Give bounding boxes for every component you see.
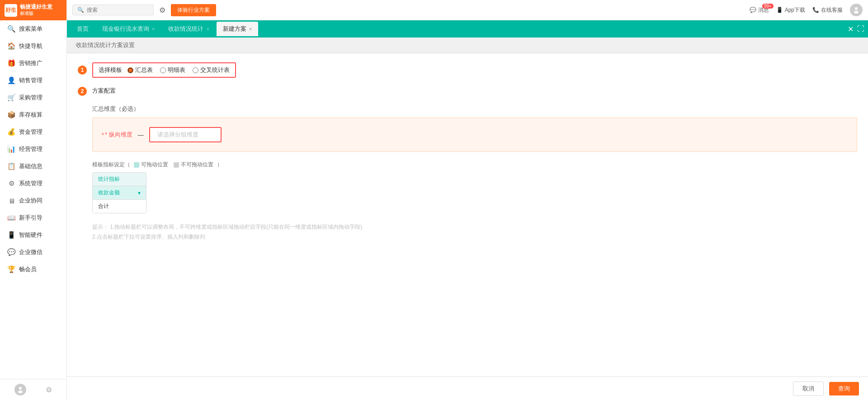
sidebar-label-search-menu: 搜索菜单 xyxy=(19,25,42,33)
svg-point-0 xyxy=(19,387,22,390)
content-area: 收款情况统计方案设置 1 选择模板 汇总表 明细表 xyxy=(67,38,868,376)
tab-bank-flow-close[interactable]: × xyxy=(152,26,155,32)
indicator-table-header: 统计指标 xyxy=(93,173,146,186)
search-box[interactable]: 🔍 xyxy=(72,5,154,15)
settings-gear-icon[interactable]: ⚙ xyxy=(159,6,165,14)
sidebar-item-finance[interactable]: 💰 资金管理 xyxy=(0,123,66,141)
logo-icon: 好生 xyxy=(5,4,17,17)
user-avatar[interactable] xyxy=(14,384,26,395)
app-version: 标准版 xyxy=(20,10,52,17)
sidebar-item-newbie[interactable]: 📖 新手引导 xyxy=(0,209,66,226)
page-breadcrumb: 收款情况统计方案设置 xyxy=(67,38,868,53)
dimension-title: 汇总维度（必选） xyxy=(92,105,857,113)
indicator-column-header[interactable]: 收款金额 ▾ xyxy=(93,186,146,200)
sidebar-label-basic-info: 基础信息 xyxy=(19,162,42,170)
sidebar-item-enterprise[interactable]: 🖥 企业协同 xyxy=(0,192,66,209)
sidebar-item-sales[interactable]: 👤 销售管理 xyxy=(0,72,66,89)
marketing-icon: 🎁 xyxy=(7,59,15,67)
download-label: App下载 xyxy=(785,6,805,14)
support-icon: 📞 xyxy=(812,7,819,13)
sidebar-item-member[interactable]: 🏆 畅会员 xyxy=(0,261,66,278)
step1-label: 选择模板 xyxy=(99,66,122,74)
indicator-title: 模板指标设定（ xyxy=(92,161,130,169)
indicator-row-total: 合计 xyxy=(93,200,146,213)
sidebar-settings-icon[interactable]: ⚙ xyxy=(46,386,52,394)
sidebar-item-operation[interactable]: 📊 经营管理 xyxy=(0,141,66,158)
column-dropdown-icon[interactable]: ▾ xyxy=(138,190,141,196)
tab-new-plan[interactable]: 新建方案 × xyxy=(217,22,258,36)
topbar-user-avatar[interactable] xyxy=(850,4,863,16)
radio-summary-input[interactable] xyxy=(127,67,133,73)
tab-collection-stat-close[interactable]: × xyxy=(206,26,209,32)
nav-tabs-controls: ✕ ⛶ xyxy=(848,25,864,33)
download-btn[interactable]: 📱 App下载 xyxy=(776,6,805,14)
tab-home[interactable]: 首页 xyxy=(71,22,95,36)
sidebar-item-quick-nav[interactable]: 🏠 快捷导航 xyxy=(0,38,66,55)
indicator-close-paren: ） xyxy=(217,161,222,169)
radio-cross[interactable]: 交叉统计表 xyxy=(193,66,230,74)
tab-bank-flow[interactable]: 现金银行流水查询 × xyxy=(96,22,161,36)
main-area: 🔍 ⚙ 体验行业方案 💬 消息 99+ 📱 App下载 📞 在线客服 xyxy=(67,0,868,400)
sidebar-item-search-menu[interactable]: 🔍 搜索菜单 xyxy=(0,20,66,38)
sidebar-label-purchase: 采购管理 xyxy=(19,94,42,102)
enterprise-icon: 🖥 xyxy=(7,197,15,205)
sidebar-item-purchase[interactable]: 🛒 采购管理 xyxy=(0,89,66,106)
support-btn[interactable]: 📞 在线客服 xyxy=(812,6,843,14)
radio-detail-input[interactable] xyxy=(160,67,166,73)
step1-num: 1 xyxy=(78,66,87,75)
nav-tabs: 首页 现金银行流水查询 × 收款情况统计 × 新建方案 × ✕ ⛶ xyxy=(67,20,868,38)
sidebar-label-finance: 资金管理 xyxy=(19,128,42,136)
dim-arrow: — xyxy=(138,132,144,138)
page-body: 1 选择模板 汇总表 明细表 交叉统 xyxy=(67,53,868,376)
hint-section: 提示： 1.拖动标题栏可以调整布局，不可跨维度或指标区域拖动栏目字段(只能在同一… xyxy=(92,222,857,242)
sidebar-label-operation: 经营管理 xyxy=(19,145,42,153)
sidebar-label-sales: 销售管理 xyxy=(19,76,42,85)
template-selection-box: 选择模板 汇总表 明细表 交叉统计表 xyxy=(92,62,236,78)
radio-detail[interactable]: 明细表 xyxy=(160,66,185,74)
query-button[interactable]: 查询 xyxy=(829,382,859,395)
support-label: 在线客服 xyxy=(821,6,843,14)
step2-row: 2 方案配置 xyxy=(78,87,857,96)
sidebar-item-inventory[interactable]: 📦 库存核算 xyxy=(0,106,66,123)
nav-expand-icon[interactable]: ⛶ xyxy=(857,25,864,33)
draggable-dot xyxy=(134,162,139,168)
download-icon: 📱 xyxy=(776,7,783,13)
dimension-select[interactable]: 请选择分组维度 xyxy=(149,127,222,142)
inventory-icon: 📦 xyxy=(7,111,15,119)
template-radio-group: 汇总表 明细表 交叉统计表 xyxy=(127,66,230,74)
dimension-placeholder: 请选择分组维度 xyxy=(157,131,198,138)
sidebar-logo: 好生 畅捷通好生意 标准版 xyxy=(0,0,66,20)
radio-detail-label: 明细表 xyxy=(168,66,185,74)
search-menu-icon: 🔍 xyxy=(7,25,15,33)
newbie-icon: 📖 xyxy=(7,214,15,222)
action-bar: 取消 查询 xyxy=(67,376,868,400)
sidebar-item-marketing[interactable]: 🎁 营销推广 xyxy=(0,55,66,72)
member-icon: 🏆 xyxy=(7,265,15,273)
cancel-button[interactable]: 取消 xyxy=(793,381,824,396)
radio-summary[interactable]: 汇总表 xyxy=(127,66,153,74)
radio-cross-input[interactable] xyxy=(193,67,198,73)
topbar-search-input[interactable] xyxy=(87,7,150,13)
tab-home-label: 首页 xyxy=(77,25,89,33)
sidebar-label-member: 畅会员 xyxy=(19,265,37,273)
topbar-search-icon: 🔍 xyxy=(77,7,84,13)
sidebar-item-system[interactable]: ⚙ 系统管理 xyxy=(0,175,66,192)
nav-close-icon[interactable]: ✕ xyxy=(848,25,854,33)
sidebar-item-basic-info[interactable]: 📋 基础信息 xyxy=(0,158,66,175)
tab-collection-stat[interactable]: 收款情况统计 × xyxy=(162,22,215,36)
hardware-icon: 📱 xyxy=(7,231,15,239)
dimension-area: * * 纵向维度 — 请选择分组维度 xyxy=(92,118,857,152)
sidebar-label-newbie: 新手引导 xyxy=(19,214,42,222)
sidebar-item-wechat[interactable]: 💬 企业微信 xyxy=(0,244,66,261)
tab-new-plan-close[interactable]: × xyxy=(249,26,252,32)
indicator-column-label: 收款金额 xyxy=(98,189,120,197)
system-icon: ⚙ xyxy=(7,179,15,188)
app-name: 畅捷通好生意 xyxy=(20,4,52,10)
trial-btn[interactable]: 体验行业方案 xyxy=(171,4,216,16)
indicator-section: 模板指标设定（ 可拖动位置 不可拖动位置 ） xyxy=(92,161,857,213)
radio-summary-label: 汇总表 xyxy=(135,66,153,74)
notification-btn[interactable]: 💬 消息 99+ xyxy=(750,6,769,14)
tab-new-plan-label: 新建方案 xyxy=(223,25,246,33)
hint-text-1: 提示： 1.拖动标题栏可以调整布局，不可跨维度或指标区域拖动栏目字段(只能在同一… xyxy=(92,222,857,232)
sidebar-item-hardware[interactable]: 📱 智能硬件 xyxy=(0,226,66,244)
